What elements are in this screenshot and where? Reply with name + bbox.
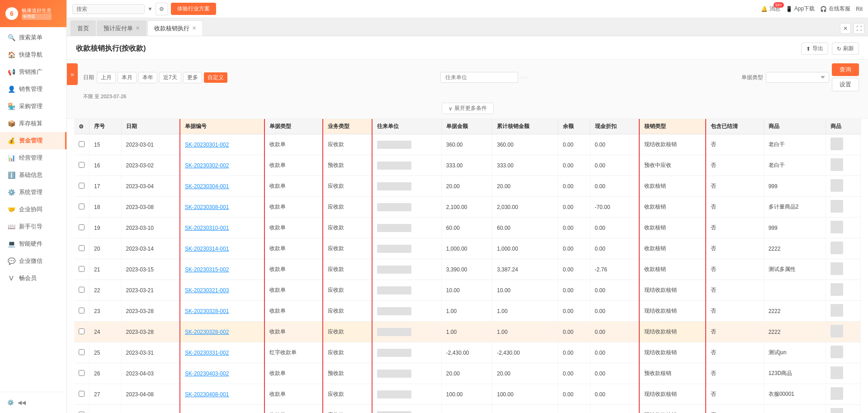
custom-date-btn[interactable]: 自定义 <box>204 72 227 83</box>
sidebar-item-enterprise[interactable]: 🤝企业协同 <box>0 201 66 218</box>
expand-more-button[interactable]: ∨ 展开更多条件 <box>442 103 494 114</box>
th-date[interactable]: 日期 <box>121 119 180 134</box>
sidebar-item-purchase[interactable]: 🏪采购管理 <box>0 98 66 115</box>
th-discount[interactable]: 现金折扣 <box>590 119 639 134</box>
this-year-btn[interactable]: 本年 <box>138 72 157 83</box>
th-include-cleared[interactable]: 包含已结清 <box>706 119 764 134</box>
sidebar-item-quick-nav[interactable]: 🏠快捷导航 <box>0 46 66 63</box>
cell-include-cleared: 否 <box>706 363 764 384</box>
sidebar-item-marketing[interactable]: 📢营销推广 <box>0 63 66 81</box>
sidebar-item-finance[interactable]: 💰资金管理 <box>0 132 66 149</box>
sidebar-item-operation[interactable]: 📊经营管理 <box>0 149 66 166</box>
last-month-btn[interactable]: 上月 <box>97 72 116 83</box>
cell-discount: 0.00 <box>590 176 639 197</box>
cell-include-cleared: 否 <box>706 342 764 363</box>
sidebar-item-member[interactable]: V畅会员 <box>0 270 66 287</box>
maximize-tab-button[interactable]: ⛶ <box>854 23 864 34</box>
th-amount[interactable]: 单据金额 <box>441 119 492 134</box>
notification-area[interactable]: 🔔 消息 99+ <box>761 5 780 13</box>
th-biz-type[interactable]: 业务类型 <box>323 119 373 134</box>
cell-checkbox[interactable] <box>74 363 90 384</box>
cell-doc-no[interactable]: SK-20230304-001 <box>180 176 264 197</box>
cell-doc-no[interactable]: SK-20230314-001 <box>180 238 264 259</box>
filter-expand-button[interactable]: » <box>67 63 78 85</box>
cell-doc-no[interactable]: SK-20230308-001 <box>180 197 264 218</box>
search-input[interactable] <box>72 4 145 14</box>
cell-doc-no[interactable]: SK-20230301-002 <box>180 134 264 155</box>
sidebar-item-wechat[interactable]: 💬企业微信 <box>0 252 66 270</box>
th-doc-no[interactable]: 单据编号 <box>180 119 264 134</box>
query-button[interactable]: 查询 <box>832 63 859 76</box>
user-info[interactable]: Rit <box>856 6 863 12</box>
cell-checkbox[interactable] <box>74 405 90 413</box>
online-service-link[interactable]: 🎧 在线客服 <box>820 5 850 13</box>
cell-checkbox[interactable] <box>74 134 90 155</box>
sidebar-item-hardware[interactable]: 💻智能硬件 <box>0 235 66 252</box>
cell-doc-no[interactable]: SK-20230302-002 <box>180 155 264 176</box>
th-goods[interactable]: 商品 <box>764 119 826 134</box>
cell-doc-no[interactable]: SK-20230310-001 <box>180 218 264 238</box>
cell-checkbox[interactable] <box>74 197 90 218</box>
cell-doc-no[interactable]: SK-20230331-002 <box>180 342 264 363</box>
cell-checkbox[interactable] <box>74 218 90 238</box>
cell-doc-no[interactable]: SK-20230315-002 <box>180 259 264 280</box>
sidebar-item-inventory[interactable]: 📦库存核算 <box>0 115 66 132</box>
cell-checkbox[interactable] <box>74 259 90 280</box>
cell-checkbox[interactable] <box>74 280 90 301</box>
more-dates-btn[interactable]: 更多 <box>183 72 202 83</box>
th-balance[interactable]: 余额 <box>558 119 590 134</box>
table-container: ⚙ 序号 日期 单据编号 单据类型 业务类型 往来单位 单据金额 累计核销金额 … <box>67 119 868 413</box>
cell-biz-type: 应收款 <box>323 259 373 280</box>
export-button[interactable]: ⬆ 导出 <box>801 43 828 55</box>
cell-checkbox[interactable] <box>74 301 90 322</box>
app-download-link[interactable]: 📱 App下载 <box>786 5 815 13</box>
sidebar-bottom: ⚙️ ◀◀ <box>0 392 66 413</box>
sidebar-icon-search: 🔍 <box>7 34 15 41</box>
cell-doc-no[interactable]: SK-20230408-001 <box>180 384 264 405</box>
tab-close-pre-payment[interactable]: ✕ <box>136 25 140 31</box>
page-title: 收款核销执行(按收款) <box>76 44 146 53</box>
cell-verify-type: 现结收款核销 <box>639 280 706 301</box>
cell-seq: 17 <box>90 176 122 197</box>
th-doc-type[interactable]: 单据类型 <box>264 119 323 134</box>
tab-pre-payment[interactable]: 预计应付单✕ <box>97 20 146 36</box>
cell-seq: 18 <box>90 197 122 218</box>
cell-doc-no[interactable]: SK-20230321-003 <box>180 280 264 301</box>
cell-doc-no[interactable]: SK-20230418-001 <box>180 405 264 413</box>
gear-button[interactable]: ⚙ <box>156 3 168 15</box>
th-verify-type[interactable]: 核销类型 <box>639 119 706 134</box>
partner-unit-input[interactable] <box>440 72 518 83</box>
refresh-button[interactable]: ↻ 刷新 <box>832 43 859 55</box>
cell-doc-no[interactable]: SK-20230328-002 <box>180 322 264 342</box>
sidebar-item-basic[interactable]: ℹ️基础信息 <box>0 166 66 184</box>
sidebar-item-system[interactable]: ⚙️系统管理 <box>0 184 66 201</box>
cell-doc-no[interactable]: SK-20230328-001 <box>180 301 264 322</box>
solution-button[interactable]: 体验行业方案 <box>171 3 216 15</box>
cell-checkbox[interactable] <box>74 155 90 176</box>
sidebar-item-guide[interactable]: 📖新手引导 <box>0 218 66 235</box>
last-7days-btn[interactable]: 近7天 <box>159 72 181 83</box>
sidebar-item-search[interactable]: 🔍搜索菜单 <box>0 29 66 46</box>
th-gear[interactable]: ⚙ <box>74 119 90 134</box>
cell-checkbox[interactable] <box>74 384 90 405</box>
th-partner[interactable]: 往来单位 <box>372 119 441 134</box>
tab-home[interactable]: 首页 <box>71 20 96 36</box>
cell-doc-no[interactable]: SK-20230403-002 <box>180 363 264 384</box>
close-tab-button[interactable]: ✕ <box>840 23 851 34</box>
sidebar-item-sales[interactable]: 👤销售管理 <box>0 81 66 98</box>
doc-type-select[interactable] <box>766 72 829 83</box>
cell-verify-type: 现结收款核销 <box>639 322 706 342</box>
sidebar-bottom-settings[interactable]: ⚙️ ◀◀ <box>0 396 66 409</box>
cell-checkbox[interactable] <box>74 238 90 259</box>
settings-button[interactable]: 设置 <box>832 78 859 91</box>
cell-checkbox[interactable] <box>74 322 90 342</box>
cell-checkbox[interactable] <box>74 176 90 197</box>
this-month-btn[interactable]: 本月 <box>118 72 137 83</box>
cell-checkbox[interactable] <box>74 342 90 363</box>
cell-partner <box>372 155 441 176</box>
cell-amount: 1.00 <box>441 322 492 342</box>
tab-close-receipt-verify[interactable]: ✕ <box>192 25 196 31</box>
th-cumulative[interactable]: 累计核销金额 <box>492 119 558 134</box>
tab-receipt-verify[interactable]: 收款核销执行✕ <box>147 20 203 36</box>
th-goods2[interactable]: 商品 <box>826 119 861 134</box>
